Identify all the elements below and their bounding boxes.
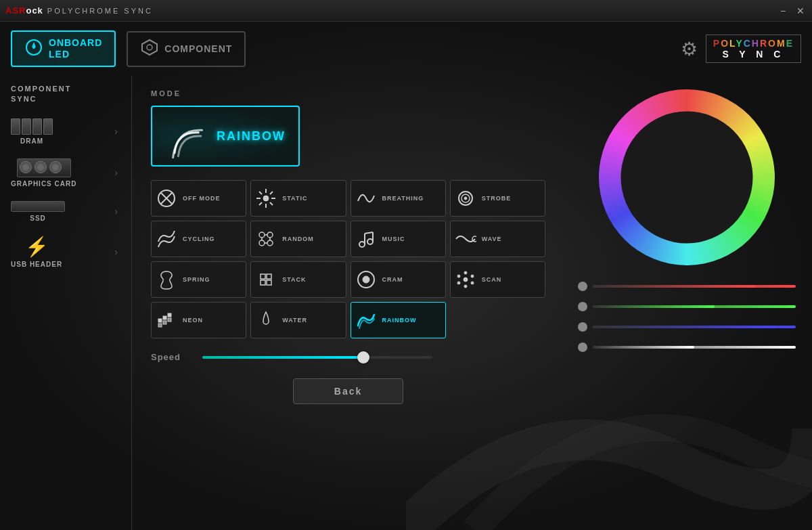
usb-icon: ⚡ bbox=[25, 236, 49, 258]
cycling-label: CYCLING bbox=[183, 236, 215, 242]
back-button-row: Back bbox=[151, 378, 545, 404]
slider-row-white bbox=[578, 343, 796, 352]
rainbow-waves-icon bbox=[160, 111, 210, 160]
white-slider-track[interactable] bbox=[593, 346, 796, 349]
ssd-arrow: › bbox=[114, 206, 118, 217]
svg-point-20 bbox=[267, 232, 273, 238]
svg-point-1 bbox=[32, 46, 35, 49]
random-label: RANDOM bbox=[282, 236, 314, 242]
cram-label: CRAM bbox=[382, 276, 403, 283]
badge-line2: S Y N C bbox=[722, 49, 784, 60]
polychrome-badge: POLYCHROME S Y N C bbox=[706, 35, 801, 63]
stack-label: STACK bbox=[282, 276, 306, 283]
title-bar-left: ASRock POLYCHROME SYNC bbox=[5, 5, 153, 16]
color-wheel[interactable] bbox=[599, 89, 775, 265]
spring-icon bbox=[154, 267, 179, 292]
app-title: POLYCHROME SYNC bbox=[47, 7, 153, 15]
mode-item-wave[interactable]: WAVE bbox=[450, 221, 545, 257]
close-button[interactable]: ✕ bbox=[794, 5, 807, 17]
svg-point-45 bbox=[457, 275, 460, 278]
gpu-fan-3 bbox=[49, 161, 62, 173]
scan-label: SCAN bbox=[482, 276, 502, 283]
tab-component-label: Component bbox=[164, 43, 232, 54]
tab-onboard-label: OnboardLED bbox=[49, 37, 102, 60]
svg-point-18 bbox=[464, 197, 467, 200]
green-slider-track[interactable] bbox=[593, 305, 796, 308]
sidebar-item-graphics-card[interactable]: Graphics Card › bbox=[5, 156, 123, 190]
svg-point-40 bbox=[464, 271, 467, 274]
slider-row-blue bbox=[578, 322, 796, 332]
component-icon bbox=[140, 38, 159, 60]
neon-label: NEON bbox=[183, 317, 203, 324]
right-panel bbox=[562, 76, 812, 530]
cycling-icon bbox=[154, 227, 179, 251]
svg-line-31 bbox=[365, 232, 373, 234]
mode-item-music[interactable]: MUSIC bbox=[351, 221, 446, 257]
svg-point-7 bbox=[263, 196, 269, 201]
sidebar-item-ssd[interactable]: SSD › bbox=[5, 198, 123, 225]
svg-point-43 bbox=[464, 285, 467, 288]
usb-label: USB Header bbox=[11, 261, 62, 268]
back-button[interactable]: Back bbox=[293, 378, 403, 404]
gpu-fan-1 bbox=[20, 161, 32, 173]
svg-point-22 bbox=[267, 240, 273, 246]
water-label: WATER bbox=[282, 317, 307, 324]
stack-icon bbox=[254, 267, 278, 292]
minimize-button[interactable]: − bbox=[777, 5, 789, 17]
mode-item-breathing[interactable]: BREATHING bbox=[351, 180, 446, 217]
speed-slider-track[interactable] bbox=[202, 356, 432, 359]
gpu-visual bbox=[17, 158, 71, 177]
svg-rect-35 bbox=[261, 280, 265, 285]
ssd-content: SSD bbox=[11, 201, 65, 222]
blue-slider-track[interactable] bbox=[593, 326, 796, 328]
mode-item-strobe[interactable]: STROBE bbox=[450, 180, 545, 217]
color-sliders bbox=[572, 282, 801, 352]
sidebar-item-usb-header[interactable]: ⚡ USB Header › bbox=[5, 233, 123, 271]
mode-item-cycling[interactable]: CYCLING bbox=[151, 221, 246, 257]
sidebar: COMPONENTSYNC DRAM › bbox=[0, 76, 129, 530]
cram-icon bbox=[354, 267, 378, 292]
breathing-label: BREATHING bbox=[382, 195, 424, 202]
mode-item-stack[interactable]: STACK bbox=[250, 261, 346, 298]
sidebar-title: COMPONENTSYNC bbox=[5, 84, 123, 105]
spring-label: SPRING bbox=[183, 276, 210, 283]
header-area: OnboardLED Component ⚙ POLYCHROME S Y N … bbox=[0, 22, 812, 76]
mode-item-cram[interactable]: CRAM bbox=[351, 261, 446, 298]
ssd-label: SSD bbox=[30, 215, 46, 222]
tab-component[interactable]: Component bbox=[127, 31, 246, 67]
dram-stick-3 bbox=[32, 118, 42, 135]
window-controls: − ✕ bbox=[777, 5, 807, 17]
sidebar-item-dram[interactable]: DRAM › bbox=[5, 116, 123, 148]
tab-onboard-led[interactable]: OnboardLED bbox=[11, 30, 116, 67]
neon-icon bbox=[154, 308, 179, 332]
scan-icon bbox=[453, 267, 478, 292]
mode-item-off-mode[interactable]: OFF MODE bbox=[151, 180, 246, 217]
dram-content: DRAM bbox=[11, 118, 53, 145]
speed-label: Speed bbox=[151, 352, 191, 362]
svg-line-15 bbox=[259, 202, 262, 205]
music-label: MUSIC bbox=[382, 236, 405, 242]
dram-visual bbox=[11, 118, 53, 135]
mode-item-scan[interactable]: SCAN bbox=[450, 261, 545, 298]
selected-mode-name: RAINBOW bbox=[217, 129, 286, 143]
settings-button[interactable]: ⚙ bbox=[681, 38, 698, 60]
svg-point-19 bbox=[259, 232, 265, 238]
title-bar: ASRock POLYCHROME SYNC − ✕ bbox=[0, 0, 812, 22]
selected-mode-display: RAINBOW bbox=[151, 106, 300, 167]
gpu-label: Graphics Card bbox=[11, 180, 76, 187]
color-wheel-container bbox=[599, 89, 775, 265]
mode-item-random[interactable]: RANDOM bbox=[250, 221, 346, 257]
mode-item-neon[interactable]: NEON bbox=[151, 302, 246, 338]
svg-point-21 bbox=[259, 240, 265, 246]
mode-item-static[interactable]: STATIC bbox=[250, 180, 346, 217]
speed-thumb[interactable] bbox=[357, 351, 369, 363]
rainbow-label: RAINBOW bbox=[382, 317, 417, 324]
red-slider-track[interactable] bbox=[593, 285, 796, 288]
green-fill bbox=[593, 305, 715, 308]
mode-item-water[interactable]: WATER bbox=[250, 302, 346, 338]
random-icon bbox=[254, 227, 278, 251]
breathing-icon bbox=[354, 186, 378, 211]
mode-item-rainbow[interactable]: RAINBOW bbox=[351, 302, 446, 338]
mode-item-spring[interactable]: SPRING bbox=[151, 261, 246, 298]
slider-row-red bbox=[578, 282, 796, 291]
